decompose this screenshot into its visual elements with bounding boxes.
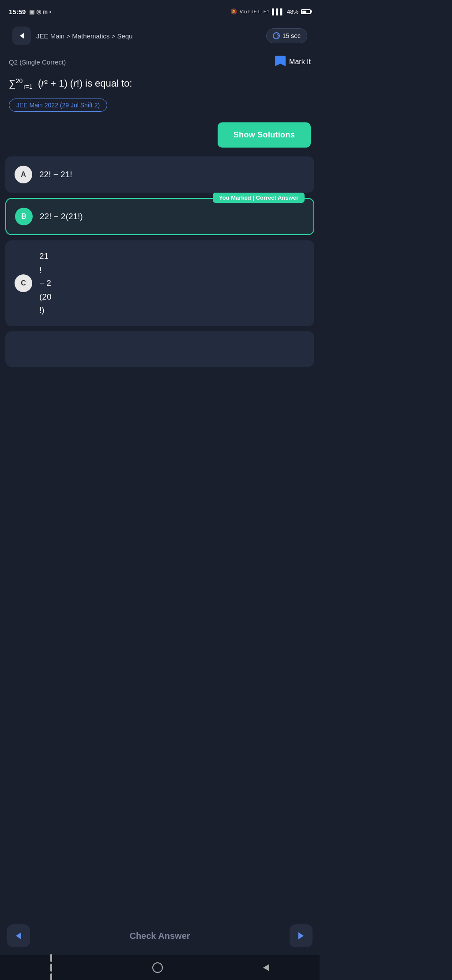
- android-back-button[interactable]: [263, 964, 269, 971]
- prev-arrow-icon: [16, 932, 21, 939]
- question-math: ∑20r=1 (r² + 1) (r!) is equal to:: [9, 78, 132, 89]
- back-chevron-icon-android: [263, 964, 269, 971]
- exam-tag-row: JEE Main 2022 (29 Jul Shift 2): [0, 99, 320, 121]
- exam-tag: JEE Main 2022 (29 Jul Shift 2): [9, 99, 107, 112]
- solutions-row: Show Solutions: [0, 121, 320, 156]
- option-b-badge: B: [15, 208, 33, 225]
- timer-button[interactable]: 15 sec: [266, 28, 307, 43]
- status-icons: ▣ ◎ m •: [29, 8, 51, 15]
- show-solutions-button[interactable]: Show Solutions: [218, 122, 311, 148]
- android-menu-button[interactable]: [50, 954, 52, 980]
- bottom-navigation: Check Answer: [0, 918, 320, 953]
- android-nav-bar: [0, 955, 320, 980]
- options-container: A 22! − 21! You Marked | Correct Answer …: [0, 156, 320, 367]
- home-circle-icon: [152, 962, 163, 973]
- header-nav: JEE Main > Mathematics > Sequ 15 sec: [5, 22, 314, 49]
- option-c-card[interactable]: C 21!− 2(20!): [5, 240, 314, 326]
- mark-it-label: Mark It: [289, 58, 311, 66]
- correct-answer-label: You Marked | Correct Answer: [213, 193, 305, 203]
- check-answer-label: Check Answer: [129, 931, 190, 941]
- time-display: 15:59: [9, 8, 26, 15]
- menu-lines-icon: [50, 954, 52, 980]
- signal-bars: ▌▌▌: [272, 8, 284, 15]
- mark-it-button[interactable]: Mark It: [275, 56, 311, 68]
- battery-icon: [301, 9, 311, 14]
- status-bar: 15:59 ▣ ◎ m • 🔕 Vo) LTE LTE1 ▌▌▌ 48%: [0, 0, 320, 22]
- battery-label: 48%: [287, 8, 298, 15]
- option-b-text: 22! − 2(21!): [40, 212, 83, 221]
- breadcrumb: JEE Main > Mathematics > Sequ: [31, 32, 266, 40]
- back-button[interactable]: [12, 27, 31, 45]
- timer-label: 15 sec: [282, 32, 301, 39]
- network-label: Vo) LTE LTE1: [240, 9, 269, 14]
- question-body: ∑20r=1 (r² + 1) (r!) is equal to:: [0, 72, 320, 99]
- question-type-label: Q2 (Single Correct): [9, 58, 66, 66]
- option-a-text: 22! − 21!: [39, 170, 72, 179]
- prev-question-button[interactable]: [7, 924, 30, 947]
- mute-icon: 🔕: [230, 8, 237, 15]
- back-chevron-icon: [20, 33, 24, 39]
- option-a-badge: A: [15, 166, 32, 183]
- option-d-card[interactable]: [5, 331, 314, 367]
- timer-icon: [273, 32, 280, 39]
- option-b-card[interactable]: You Marked | Correct Answer B 22! − 2(21…: [5, 198, 314, 235]
- option-c-badge: C: [15, 274, 32, 292]
- next-arrow-icon: [298, 932, 304, 939]
- status-right-icons: 🔕 Vo) LTE LTE1 ▌▌▌ 48%: [230, 8, 311, 15]
- next-question-button[interactable]: [290, 924, 313, 947]
- status-time: 15:59 ▣ ◎ m •: [9, 8, 51, 15]
- android-home-button[interactable]: [152, 962, 163, 973]
- bookmark-icon: [275, 56, 286, 68]
- option-a-card[interactable]: A 22! − 21!: [5, 156, 314, 193]
- question-header: Q2 (Single Correct) Mark It: [0, 49, 320, 72]
- option-c-text: 21!− 2(20!): [39, 250, 51, 317]
